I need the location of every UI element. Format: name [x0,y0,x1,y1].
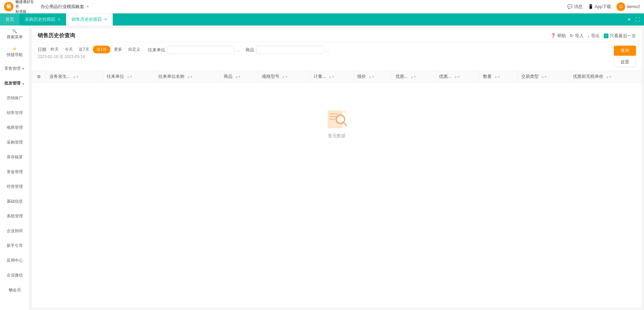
tab-sales-history-close[interactable]: ✕ [104,17,107,22]
sidebar-item-marketing[interactable]: 营销推广 [0,91,29,105]
query-btn[interactable]: 查询 [614,46,636,56]
empty-illustration [322,103,352,133]
download-icon: 📱 [588,4,593,9]
export-btn[interactable]: ↓ 导出 [588,33,600,39]
sort-arrows-partner-name: ▲▼ [187,75,193,79]
tab-controls: ✕ ⛶ [626,16,644,23]
sidebar-item-sales-mgmt[interactable]: 销售管理 [0,105,29,120]
last-only-checkbox[interactable]: ✓ [604,34,608,38]
search-icon: 🔍 [12,29,17,34]
th-trade-type[interactable]: 交易类型 ▲▼ [518,71,569,83]
sidebar-item-inventory[interactable]: 库存核算 [0,150,29,164]
last-only-checkbox-label[interactable]: ✓ 只看最后一次 [604,33,636,39]
date-btn-7days[interactable]: 近7天 [76,46,92,53]
data-table: ⚙ 业务发生... ▲▼ 往来单位 ▲▼ 往来单位名称 ▲ [32,71,641,83]
help-btn[interactable]: ❓ 帮助 [550,33,566,39]
tab-purchase-history[interactable]: 采购历史价跟踪 ✕ [19,13,66,25]
sidebar-item-purchase[interactable]: 采购管理 [0,135,29,150]
app-title-dropdown-icon[interactable]: ▾ [87,4,89,9]
th-biz-date[interactable]: 业务发生... ▲▼ [46,71,103,83]
app-title-text: 办公用品行业模拟账套 [41,4,84,10]
sidebar-item-basic-info[interactable]: 基础信息 [0,194,29,209]
partner-filter-dots[interactable]: ... [236,47,240,52]
date-btn-more[interactable]: 更多 [112,46,124,53]
sidebar-item-wechat[interactable]: 企业微信 [0,268,29,282]
sort-arrows-biz-date: ▲▼ [73,75,79,79]
sort-arrows-trade-type: ▲▼ [541,75,547,79]
th-settings[interactable]: ⚙ [32,71,46,83]
sidebar-item-retail[interactable]: 零售管理 ▼ [0,61,29,76]
goods-filter-dots[interactable]: ... [325,47,329,52]
tab-sales-history[interactable]: 销售历史价跟踪 ✕ [66,13,113,25]
th-goods[interactable]: 商品 ▲▼ [220,71,259,83]
svg-point-5 [338,116,343,122]
sidebar-item-search[interactable]: 🔍 搜索菜单 [0,25,29,43]
sort-arrows-qty: ▲▼ [494,75,500,79]
message-btn[interactable]: 💬 消息 [567,4,583,10]
th-qty[interactable]: 数量 ▲▼ [480,71,518,83]
svg-line-6 [343,122,346,126]
sort-arrows-goods: ▲▼ [235,75,241,79]
sidebar-item-member[interactable]: 畅会员 [0,282,29,297]
quick-nav-icon: ⚡ [12,47,17,51]
tab-maximize-btn[interactable]: ⛶ [634,16,641,23]
logo-icon: 畅 [4,2,13,11]
th-pretax-price[interactable]: 优惠前无税单价 ▲▼ [569,71,641,83]
th-partner-name[interactable]: 往来单位名称 ▲▼ [155,71,220,83]
date-btns: 昨天 今天 近7天 近1月 更多 自定义 [48,46,143,53]
svg-rect-1 [329,113,338,115]
date-btn-yesterday[interactable]: 昨天 [48,46,61,53]
filter-settings-btn[interactable]: 设置 [614,57,636,67]
sidebar-item-ecommerce[interactable]: 电商管理 [0,120,29,135]
tab-home[interactable]: 首页 [0,13,19,25]
th-unit[interactable]: 计量... ▲▼ [310,71,354,83]
sidebar-item-enterprise[interactable]: 企业协同 [0,223,29,238]
sort-arrows-discount2: ▲▼ [454,75,460,79]
partner-filter-group: 往来单位 ... [148,46,240,54]
sidebar: 🔍 搜索菜单 ⚡ 快捷导航 零售管理 ▼ 批发管理 ▲ 营销推广 销售管理 电商… [0,25,30,310]
goods-filter-label: 商品 [246,47,254,53]
sidebar-item-finance[interactable]: 资金管理 [0,164,29,179]
sort-arrows-spec: ▲▼ [282,75,288,79]
th-spec[interactable]: 规格型号 ▲▼ [258,71,310,83]
user-profile-btn[interactable]: D demo2 [616,2,640,11]
svg-rect-3 [329,119,335,120]
tab-bar: 首页 采购历史价跟踪 ✕ 销售历史价跟踪 ✕ ✕ ⛶ [0,13,644,25]
import-btn[interactable]: ↻ 导入 [570,33,584,39]
goods-filter-input[interactable] [256,46,323,54]
sidebar-item-app-center[interactable]: 应用中心 [0,253,29,268]
th-discount2[interactable]: 优惠... ▲▼ [436,71,480,83]
table-header-row: ⚙ 业务发生... ▲▼ 往来单位 ▲▼ 往来单位名称 ▲ [32,71,641,83]
sidebar-item-system[interactable]: 系统管理 [0,209,29,223]
date-btn-custom[interactable]: 自定义 [126,46,143,53]
header-left: 畅 畅捷通好生意 标准版 办公用品行业模拟账套 ▾ [4,0,89,14]
partner-filter-input[interactable] [167,46,234,54]
sidebar-item-quick-nav[interactable]: ⚡ 快捷导航 [0,43,29,61]
sidebar-item-wholesale[interactable]: 批发管理 ▲ [0,76,29,91]
page-actions: ❓ 帮助 ↻ 导入 ↓ 导出 ✓ 只看最后一次 [550,33,636,39]
import-icon: ↻ [570,33,574,38]
date-btn-1month[interactable]: 近1月 [93,46,111,53]
filter-bar: 日期 昨天 今天 近7天 近1月 更多 自定义 2023-02-18 至 202… [32,42,641,71]
th-discount1[interactable]: 优惠... ▲▼ [392,71,436,83]
goods-filter-group: 商品 ... [246,46,329,54]
app-download-btn[interactable]: 📱 App下载 [588,4,611,10]
sort-arrows-quote: ▲▼ [369,75,375,79]
sort-arrows-partner-code: ▲▼ [126,75,132,79]
th-quote[interactable]: 报价 ▲▼ [354,71,392,83]
tab-close-btn[interactable]: ✕ [626,16,633,23]
th-partner-code[interactable]: 往来单位 ▲▼ [103,71,155,83]
page-header: 销售历史价查询 ❓ 帮助 ↻ 导入 ↓ 导出 ✓ [32,28,641,42]
logo-text: 畅捷通好生意 标准版 [15,0,34,14]
partner-filter-label: 往来单位 [148,47,165,53]
retail-arrow-icon: ▼ [22,67,25,70]
sidebar-item-operation[interactable]: 经营管理 [0,179,29,194]
content-area: 销售历史价查询 ❓ 帮助 ↻ 导入 ↓ 导出 ✓ [30,25,644,310]
wholesale-arrow-icon: ▲ [22,82,25,85]
app-title-bar: 办公用品行业模拟账套 ▾ [41,4,89,10]
date-btn-today[interactable]: 今天 [62,46,75,53]
sidebar-item-guide[interactable]: 新手引导 [0,238,29,253]
tab-purchase-history-close[interactable]: ✕ [57,17,61,22]
date-filter-label: 日期 [38,47,46,53]
user-avatar: D [616,2,625,11]
